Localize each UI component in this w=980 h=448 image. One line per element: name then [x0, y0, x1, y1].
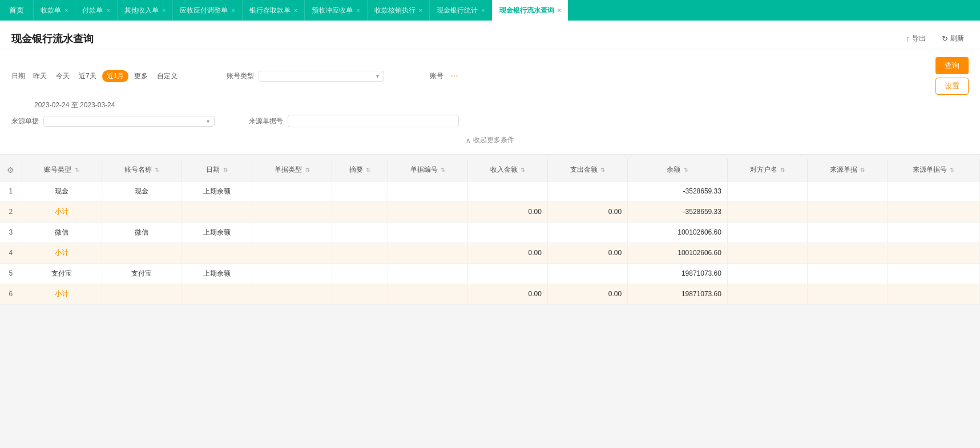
col-summary[interactable]: 摘要 ⇅	[332, 159, 388, 181]
date-shortcuts: 昨天 今天 近7天 近1月 更多 自定义	[30, 70, 181, 82]
sort-icon: ⇅	[684, 167, 688, 173]
export-icon: ↑	[906, 34, 910, 43]
table-header-row: ⚙ 账号类型 ⇅ 账号名称 ⇅ 日期 ⇅ 单据类型 ⇅	[0, 159, 980, 181]
collapse-bar[interactable]: ∧ 收起更多条件	[11, 133, 969, 147]
col-source-doc-no[interactable]: 来源单据号 ⇅	[888, 159, 980, 181]
col-expense[interactable]: 支出金额 ⇅	[547, 159, 627, 181]
query-button[interactable]: 查询	[935, 57, 969, 74]
sort-icon: ⇅	[860, 167, 865, 173]
sort-icon: ⇅	[780, 167, 785, 173]
data-table: ⚙ 账号类型 ⇅ 账号名称 ⇅ 日期 ⇅ 单据类型 ⇅	[0, 159, 980, 305]
close-icon[interactable]: ×	[558, 7, 561, 14]
chevron-down-icon: ▾	[207, 118, 209, 124]
close-icon[interactable]: ×	[481, 7, 485, 14]
close-icon[interactable]: ×	[294, 7, 297, 14]
col-source-doc[interactable]: 来源单据 ⇅	[808, 159, 888, 181]
account-filter: 账号 ···	[430, 71, 460, 81]
filter-row-2: 来源单据 ▾ 来源单据号	[11, 115, 969, 127]
col-doc-no[interactable]: 单据编号 ⇅	[388, 159, 467, 181]
page-title: 现金银行流水查询	[11, 32, 94, 46]
col-balance[interactable]: 余额 ⇅	[628, 159, 728, 181]
col-account-name[interactable]: 账号名称 ⇅	[102, 159, 182, 181]
gear-col-header[interactable]: ⚙	[0, 159, 22, 181]
close-icon[interactable]: ×	[356, 7, 360, 14]
account-type-label: 账号类型	[227, 71, 254, 81]
date-filter: 日期 昨天 今天 近7天 近1月 更多 自定义	[11, 70, 181, 82]
nav-tab-shoukuandan[interactable]: 收款单 ×	[33, 0, 75, 21]
account-type-select[interactable]: ▾	[259, 71, 384, 82]
refresh-icon: ↻	[942, 34, 948, 43]
sort-icon: ⇅	[75, 167, 79, 173]
col-income[interactable]: 收入金额 ⇅	[467, 159, 547, 181]
close-icon[interactable]: ×	[231, 7, 235, 14]
more-dots-icon[interactable]: ···	[448, 71, 460, 81]
refresh-button[interactable]: ↻ 刷新	[937, 31, 969, 46]
source-doc-filter: 来源单据 ▾	[11, 116, 215, 127]
nav-tab-hexiao[interactable]: 收款核销执行 ×	[367, 0, 429, 21]
top-nav: 首页 收款单 × 付款单 × 其他收入单 × 应收应付调整单 × 银行存取款单 …	[0, 0, 980, 21]
col-date[interactable]: 日期 ⇅	[182, 159, 252, 181]
date-label: 日期	[11, 71, 25, 81]
table-row: 3微信微信上期余额100102606.60	[0, 222, 980, 243]
gear-icon: ⚙	[7, 166, 14, 175]
sort-icon: ⇅	[600, 167, 605, 173]
source-doc-no-input[interactable]	[288, 115, 459, 127]
close-icon[interactable]: ×	[162, 7, 166, 14]
chevron-up-icon: ∧	[466, 136, 471, 144]
table-row: 5支付宝支付宝上期余额19871073.60	[0, 263, 980, 284]
source-doc-select[interactable]: ▾	[43, 116, 215, 127]
nav-tab-tongji[interactable]: 现金银行统计 ×	[429, 0, 491, 21]
sort-icon: ⇅	[223, 167, 228, 173]
col-account-type[interactable]: 账号类型 ⇅	[22, 159, 102, 181]
chevron-down-icon: ▾	[376, 73, 379, 79]
close-icon[interactable]: ×	[106, 7, 110, 14]
table-row: 6小计0.000.0019871073.60	[0, 284, 980, 304]
table-row: 4小计0.000.00100102606.60	[0, 243, 980, 263]
sort-icon: ⇅	[366, 167, 370, 173]
date-btn-7days[interactable]: 近7天	[75, 70, 100, 82]
date-range-display: 2023-02-24 至 2023-03-24	[32, 100, 969, 110]
nav-home[interactable]: 首页	[0, 0, 33, 21]
page-header: 现金银行流水查询 ↑ 导出 ↻ 刷新	[0, 21, 980, 50]
table-row: 2小计0.000.00-3528659.33	[0, 201, 980, 222]
sort-icon: ⇅	[521, 167, 525, 173]
header-actions: ↑ 导出 ↻ 刷新	[902, 31, 969, 46]
nav-tab-yinhangcuqu[interactable]: 银行存取款单 ×	[242, 0, 304, 21]
account-label: 账号	[430, 71, 443, 81]
close-icon[interactable]: ×	[419, 7, 422, 14]
table-wrapper: ⚙ 账号类型 ⇅ 账号名称 ⇅ 日期 ⇅ 单据类型 ⇅	[0, 159, 980, 305]
filter-area: 日期 昨天 今天 近7天 近1月 更多 自定义 账号类型 ▾ 账号 ···	[0, 50, 980, 155]
close-icon[interactable]: ×	[64, 7, 68, 14]
sort-icon: ⇅	[950, 167, 954, 173]
export-button[interactable]: ↑ 导出	[902, 31, 931, 46]
sort-icon: ⇅	[155, 167, 159, 173]
date-btn-today[interactable]: 今天	[53, 70, 73, 82]
nav-tab-fukuandan[interactable]: 付款单 ×	[75, 0, 116, 21]
nav-tab-qitashouru[interactable]: 其他收入单 ×	[117, 0, 172, 21]
col-counterpart[interactable]: 对方户名 ⇅	[727, 159, 807, 181]
source-doc-label: 来源单据	[11, 116, 39, 126]
nav-tab-liushui[interactable]: 现金银行流水查询 ×	[492, 0, 568, 21]
date-btn-more[interactable]: 更多	[131, 70, 151, 82]
action-buttons: 查询 设置	[935, 57, 969, 95]
source-doc-no-filter: 来源单据号	[249, 115, 459, 127]
col-doc-type[interactable]: 单据类型 ⇅	[252, 159, 332, 181]
sort-icon: ⇅	[305, 167, 310, 173]
date-range-text: 2023-02-24 至 2023-03-24	[34, 101, 115, 109]
table-row: 1现金现金上期余额-3528659.33	[0, 181, 980, 201]
date-btn-1month[interactable]: 近1月	[102, 70, 129, 82]
nav-tab-yushou[interactable]: 预收冲应收单 ×	[304, 0, 366, 21]
account-type-filter: 账号类型 ▾	[227, 71, 384, 82]
date-btn-custom[interactable]: 自定义	[154, 70, 181, 82]
source-doc-no-label: 来源单据号	[249, 116, 283, 126]
date-btn-yesterday[interactable]: 昨天	[30, 70, 50, 82]
sort-icon: ⇅	[441, 167, 445, 173]
nav-tab-tiaozhendan[interactable]: 应收应付调整单 ×	[172, 0, 241, 21]
filter-row-1: 日期 昨天 今天 近7天 近1月 更多 自定义 账号类型 ▾ 账号 ···	[11, 57, 969, 95]
settings-button[interactable]: 设置	[935, 78, 969, 95]
